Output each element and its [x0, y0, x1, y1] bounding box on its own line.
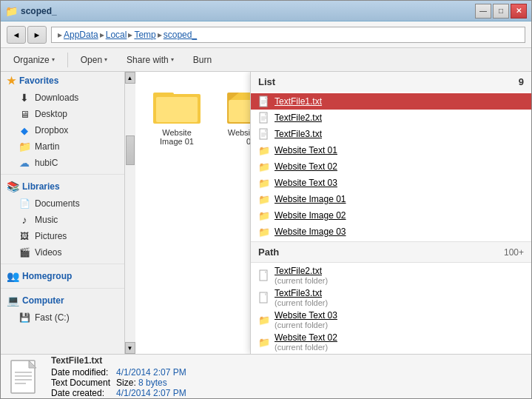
- window: 📁 scoped_ — □ ✕ ◄ ► ▸ AppData ▸ Local ▸ …: [0, 0, 532, 399]
- drive-icon: 💾: [18, 312, 30, 323]
- panel-item-label-wi01: Website Image 01: [275, 194, 346, 204]
- breadcrumb-scoped[interactable]: scoped_: [164, 30, 197, 40]
- window-title: scoped_: [21, 6, 57, 16]
- sidebar-libraries-header[interactable]: 📚 Libraries: [1, 178, 124, 195]
- forward-button[interactable]: ►: [27, 26, 47, 44]
- sidebar-item-desktop[interactable]: 🖥 Desktop: [1, 106, 124, 122]
- sidebar: ★ Favorites ⬇ Downloads 🖥 Desktop ◆ Drop…: [1, 72, 124, 354]
- panel-item-label-wi02: Website Image 02: [275, 210, 346, 221]
- scroll-thumb[interactable]: [126, 135, 135, 165]
- sidebar-item-documents[interactable]: 📄 Documents: [1, 195, 124, 212]
- path-item-sub-tf2: (current folder): [275, 276, 328, 285]
- panel-list: TextFile1.txt TextFile2.txt: [251, 92, 531, 241]
- homegroup-label: Homegroup: [22, 271, 72, 281]
- pictures-icon: 🖼: [18, 230, 30, 242]
- sidebar-item-videos[interactable]: 🎬 Videos: [1, 244, 124, 261]
- panel-path-item-wt02[interactable]: 📁 Website Text 02 (current folder): [251, 331, 531, 353]
- libraries-label: Libraries: [22, 181, 60, 192]
- panel-list-item-textfile2[interactable]: TextFile2.txt: [251, 110, 531, 126]
- folder-icon-path-wt03: 📁: [258, 314, 270, 326]
- sidebar-homegroup-header[interactable]: 👥 Homegroup: [1, 267, 124, 285]
- panel-item-label-textfile3: TextFile3.txt: [275, 129, 322, 139]
- panel-list-item-textfile3[interactable]: TextFile3.txt: [251, 126, 531, 142]
- path-item-info-wt03: Website Text 03 (current folder): [275, 310, 337, 329]
- panel-path-item-textfile3[interactable]: TextFile3.txt (current folder): [251, 286, 531, 309]
- sidebar-scrollbar[interactable]: ▲ ▼: [124, 72, 135, 354]
- title-bar: 📁 scoped_ — □ ✕: [1, 1, 531, 21]
- organize-button[interactable]: Organize ▾: [7, 52, 61, 68]
- panel-list-title: List: [258, 76, 275, 87]
- maximize-button[interactable]: □: [493, 4, 509, 19]
- breadcrumb-appdata[interactable]: AppData: [64, 30, 98, 40]
- sidebar-favorites-header[interactable]: ★ Favorites: [1, 72, 124, 90]
- folder-icon-wt03: 📁: [258, 177, 270, 189]
- panel-list-item-websitetext03[interactable]: 📁 Website Text 03: [251, 175, 531, 191]
- status-info: TextFile1.txt Date modified: 4/1/2014 2:…: [51, 355, 186, 398]
- close-button[interactable]: ✕: [511, 4, 527, 19]
- path-item-sub-tf3: (current folder): [275, 298, 328, 307]
- sidebar-item-hubic[interactable]: ☁ hubiC: [1, 155, 124, 171]
- panel-list-item-websitetext01[interactable]: 📁 Website Text 01: [251, 142, 531, 158]
- back-button[interactable]: ◄: [7, 26, 26, 44]
- scroll-down-btn[interactable]: ▼: [125, 342, 135, 354]
- status-bar: TextFile1.txt Date modified: 4/1/2014 2:…: [1, 354, 531, 398]
- panel-path-item-textfile2[interactable]: TextFile2.txt (current folder): [251, 264, 531, 286]
- window-icon: 📁: [5, 5, 18, 17]
- path-item-label-wt03: Website Text 03: [275, 310, 337, 321]
- sidebar-item-fastc[interactable]: 💾 Fast (C:): [1, 309, 124, 326]
- panel-path-item-wt03[interactable]: 📁 Website Text 03 (current folder): [251, 309, 531, 331]
- sidebar-item-downloads[interactable]: ⬇ Downloads: [1, 90, 124, 106]
- dropbox-icon: ◆: [18, 124, 30, 136]
- panel-list-section: List 9 TextFile1.txt: [251, 72, 531, 242]
- breadcrumb-local[interactable]: Local: [106, 30, 127, 40]
- share-with-label: Share with: [127, 55, 169, 65]
- breadcrumb-arrow: ▸: [58, 30, 62, 40]
- sidebar-item-pictures[interactable]: 🖼 Pictures: [1, 228, 124, 244]
- sidebar-downloads-label: Downloads: [35, 93, 78, 103]
- status-size-row: Size: 8 bytes: [116, 378, 186, 388]
- breadcrumb-temp[interactable]: Temp: [134, 30, 155, 40]
- path-item-sub-wt02: (current folder): [275, 343, 337, 352]
- main-area: ★ Favorites ⬇ Downloads 🖥 Desktop ◆ Drop…: [1, 72, 531, 354]
- nav-buttons: ◄ ►: [7, 26, 47, 44]
- status-file-icon: [10, 359, 39, 395]
- panel-list-item-websiteimage02[interactable]: 📁 Website Image 02: [251, 207, 531, 224]
- sidebar-fastc-label: Fast (C:): [35, 312, 70, 323]
- sidebar-computer-header[interactable]: 💻 Computer: [1, 292, 124, 309]
- path-item-label-tf2: TextFile2.txt: [275, 266, 328, 276]
- share-with-button[interactable]: Share with ▾: [120, 52, 181, 68]
- sidebar-music-label: Music: [35, 215, 58, 225]
- panel-item-label-wt02: Website Text 02: [275, 161, 337, 172]
- folder-icon-path-wt02: 📁: [258, 336, 270, 348]
- sidebar-item-music[interactable]: ♪ Music: [1, 212, 124, 228]
- toolbar: Organize ▾ Open ▾ Share with ▾ Burn: [1, 48, 531, 72]
- panel-list-count: 9: [519, 76, 524, 87]
- sidebar-item-dropbox[interactable]: ◆ Dropbox: [1, 122, 124, 138]
- panel-list-item-websiteimage01[interactable]: 📁 Website Image 01: [251, 191, 531, 207]
- sidebar-dropbox-label: Dropbox: [35, 125, 68, 135]
- panel-path-header: Path 100+: [251, 242, 531, 263]
- panel-path-section: Path 100+ TextFile2.txt (current folder): [251, 242, 531, 354]
- computer-label: Computer: [22, 295, 64, 306]
- minimize-button[interactable]: —: [475, 4, 491, 19]
- panel-path-list: TextFile2.txt (current folder) TextFile3…: [251, 263, 531, 354]
- breadcrumb: ▸ AppData ▸ Local ▸ Temp ▸ scoped_: [51, 27, 525, 43]
- open-button[interactable]: Open ▾: [74, 52, 114, 68]
- music-icon: ♪: [18, 214, 30, 226]
- file-item-website-image-01[interactable]: Website Image 01: [147, 84, 206, 149]
- folder-icon-wt01: 📁: [258, 144, 270, 156]
- scroll-up-btn[interactable]: ▲: [125, 72, 135, 84]
- star-icon: ★: [7, 75, 16, 87]
- panel-list-item-textfile1[interactable]: TextFile1.txt: [251, 93, 531, 110]
- status-created-value: 4/1/2014 2:07 PM: [116, 388, 186, 398]
- homegroup-icon: 👥: [7, 270, 19, 282]
- burn-button[interactable]: Burn: [186, 52, 218, 68]
- panel-list-item-websitetext02[interactable]: 📁 Website Text 02: [251, 158, 531, 175]
- toolbar-sep1: [67, 53, 68, 67]
- sidebar-item-martin[interactable]: 📁 Martin: [1, 138, 124, 155]
- status-size-label: Size:: [116, 378, 138, 388]
- overlay-panel: List 9 TextFile1.txt: [250, 72, 531, 354]
- status-created-label: Date created:: [51, 388, 110, 398]
- videos-icon: 🎬: [18, 247, 30, 258]
- panel-list-item-websiteimage03[interactable]: 📁 Website Image 03: [251, 224, 531, 240]
